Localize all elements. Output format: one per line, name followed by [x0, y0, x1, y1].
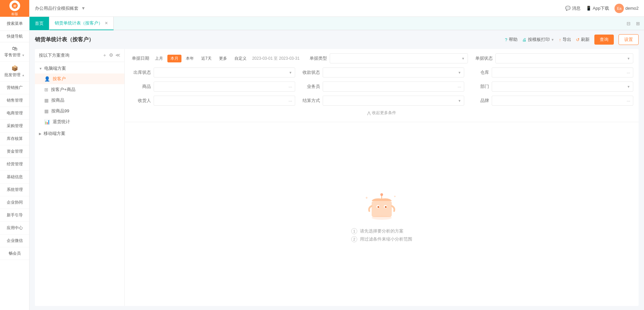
order-status-dropdown-icon: ▼ — [627, 57, 630, 60]
svg-rect-3 — [372, 201, 392, 217]
app-download-btn[interactable]: 📱 App下载 — [586, 5, 609, 11]
filter-brand: 品牌 ··· — [468, 95, 633, 106]
sidebar-item-retail[interactable]: 🛍 零售管理 ▼ — [0, 42, 29, 62]
settlement-dropdown-icon: ▼ — [458, 99, 461, 103]
grid-icon: ⊞ — [44, 87, 48, 92]
scheme-group-arrow-down: ▼ — [39, 67, 42, 70]
template-print-btn[interactable]: 🖨 按模板打印 ▼ — [522, 37, 554, 43]
sidebar-item-purchase[interactable]: 采购管理 — [0, 120, 29, 133]
scheme-add-icon[interactable]: ＋ — [102, 52, 107, 58]
goods-dots-icon: ··· — [288, 84, 292, 89]
sidebar-item-sales[interactable]: 销售管理 — [0, 94, 29, 107]
retail-icon: 🛍 — [1, 46, 28, 52]
payment-status-select[interactable]: ▼ — [323, 67, 464, 78]
scheme-item-by-customer[interactable]: 👤 按客户 — [35, 73, 124, 84]
tab-expand-icon[interactable]: ⊞ — [635, 19, 641, 28]
sidebar-item-finance[interactable]: 资金管理 — [0, 145, 29, 158]
export-btn[interactable]: ↑ 导出 — [559, 37, 572, 43]
print-dropdown-icon[interactable]: ▼ — [551, 38, 554, 42]
scheme-item-by-goods[interactable]: ▦ 按商品 — [35, 95, 124, 106]
scheme-panel: 按以下方案查询 ＋ ⚙ ≪ ▼ 电脑端方案 — [35, 49, 125, 306]
date-label: 单据日期 — [130, 55, 152, 61]
scheme-item-return-stat-label: 退货统计 — [53, 119, 70, 125]
sidebar-item-wechat[interactable]: 企业微信 — [0, 235, 29, 247]
scheme-settings-icon[interactable]: ⚙ — [109, 52, 113, 58]
settlement-select[interactable]: ▼ — [323, 96, 464, 106]
collapse-label: 收起更多条件 — [372, 110, 396, 116]
refresh-btn[interactable]: ↺ 刷新 — [576, 37, 590, 43]
sidebar-quick-nav[interactable]: 快捷导航 — [0, 31, 29, 42]
tab-close-icon[interactable]: ✕ — [105, 21, 108, 25]
ship-status-select[interactable]: ▼ — [154, 67, 295, 78]
date-btn-last-7[interactable]: 近7天 — [198, 55, 215, 62]
header-title: 办公用品行业模拟账套 — [35, 5, 78, 11]
person-icon: 👤 — [44, 76, 50, 82]
empty-tip-1: 1 请先选择要分析的方案 — [351, 228, 412, 234]
collapse-btn[interactable]: ⋀ 收起更多条件 — [130, 108, 633, 118]
header-dropdown-icon[interactable]: ▼ — [81, 6, 86, 11]
sidebar-item-wholesale[interactable]: 📦 批发管理 ▲ — [0, 62, 29, 82]
brand-select[interactable]: ··· — [492, 96, 633, 106]
sidebar-item-appcenter[interactable]: 应用中心 — [0, 222, 29, 235]
tab-home-label: 首页 — [35, 20, 44, 27]
logo-icon: 好 — [9, 0, 20, 11]
header-right: 💬 消息 📱 App下载 Ea demo2 — [565, 4, 639, 13]
scheme-collapse-icon[interactable]: ≪ — [115, 52, 120, 58]
message-label: 消息 — [572, 5, 581, 11]
filter-payment-status: 收款状态 ▼ — [299, 67, 464, 78]
date-btn-this-month[interactable]: 本月 — [167, 55, 181, 62]
date-btn-custom[interactable]: 自定义 — [231, 55, 250, 62]
empty-tip-1-text: 请先选择要分析的方案 — [360, 228, 404, 234]
sidebar-item-cooperation[interactable]: 企业协同 — [0, 196, 29, 209]
empty-tip-2-text: 用过滤条件来缩小分析范围 — [360, 236, 412, 242]
filter-row1-right: 单据类型 ▼ 单据状态 — [306, 53, 633, 64]
tab-minimize-icon[interactable]: ⊟ — [625, 19, 632, 28]
sidebar-item-operation[interactable]: 经营管理 — [0, 158, 29, 171]
warehouse-dots-icon: ··· — [627, 70, 630, 75]
empty-state-tips: 1 请先选择要分析的方案 2 用过滤条件来缩小分析范围 — [351, 228, 412, 242]
sidebar-logo[interactable]: 好 标版 — [0, 0, 29, 17]
message-btn[interactable]: 💬 消息 — [565, 5, 581, 11]
user-avatar: Ea — [614, 4, 624, 13]
filter-row-2: 出库状态 ▼ 收款状态 ▼ — [130, 67, 633, 78]
department-dropdown-icon: ▼ — [627, 85, 630, 89]
scheme-item-by-customer-goods-label: 按客户+商品 — [51, 87, 75, 93]
content-body: 按以下方案查询 ＋ ⚙ ≪ ▼ 电脑端方案 — [35, 49, 639, 306]
sidebar-item-system[interactable]: 系统管理 — [0, 184, 29, 196]
date-btn-more[interactable]: 更多 — [216, 55, 230, 62]
warehouse-select[interactable]: ··· — [492, 67, 633, 78]
salesperson-select[interactable]: ··· — [323, 82, 464, 92]
tab-sales-stat[interactable]: 销货单统计表（按客户） ✕ — [49, 17, 114, 30]
sidebar-item-basic[interactable]: 基础信息 — [0, 171, 29, 184]
date-btn-last-month[interactable]: 上月 — [152, 55, 166, 62]
user-section[interactable]: Ea demo2 — [614, 4, 639, 13]
tab-home[interactable]: 首页 — [30, 17, 49, 30]
sidebar-item-inventory[interactable]: 库存核算 — [0, 133, 29, 145]
sidebar-item-marketing[interactable]: 营销推广 — [0, 82, 29, 94]
help-btn[interactable]: ? 帮助 — [505, 37, 517, 43]
date-btn-this-year[interactable]: 本年 — [183, 55, 197, 62]
filter-department: 部门 ▼ — [468, 81, 633, 92]
query-btn[interactable]: 查询 — [594, 35, 614, 45]
top-header: 办公用品行业模拟账套 ▼ 💬 消息 📱 App下载 Ea demo2 — [30, 0, 644, 17]
chart-icon: 📊 — [44, 119, 50, 124]
sidebar-item-newbie[interactable]: 新手引导 — [0, 209, 29, 222]
sidebar-item-ecommerce[interactable]: 电商管理 — [0, 107, 29, 120]
salesperson-dots-icon: ··· — [458, 84, 461, 89]
scheme-group-desktop-header[interactable]: ▼ 电脑端方案 — [35, 63, 124, 73]
scheme-item-by-customer-goods[interactable]: ⊞ 按客户+商品 — [35, 84, 124, 95]
filter-goods: 商品 ··· — [130, 81, 295, 92]
scheme-group-mobile-header[interactable]: ▶ 移动端方案 — [35, 128, 124, 139]
order-status-select[interactable]: ▼ — [495, 53, 633, 63]
scheme-item-by-goods-99[interactable]: ▦ 按商品99 — [35, 106, 124, 116]
sidebar-item-member[interactable]: 畅会员 — [0, 247, 29, 260]
filter-section: 单据日期 上月 本月 本年 近7天 更多 自定义 2023-03-01 至 20… — [125, 49, 639, 122]
scheme-item-return-stat[interactable]: 📊 退货统计 — [35, 116, 124, 127]
goods-select[interactable]: ··· — [154, 82, 295, 92]
order-type-select[interactable]: ▼ — [330, 53, 468, 63]
recipient-select[interactable]: ··· — [154, 96, 295, 106]
settings-btn[interactable]: 设置 — [619, 34, 639, 45]
department-select[interactable]: ▼ — [492, 82, 633, 92]
logo-text: 标版 — [11, 12, 18, 16]
search-menu-label[interactable]: 搜索菜单 — [2, 19, 27, 28]
